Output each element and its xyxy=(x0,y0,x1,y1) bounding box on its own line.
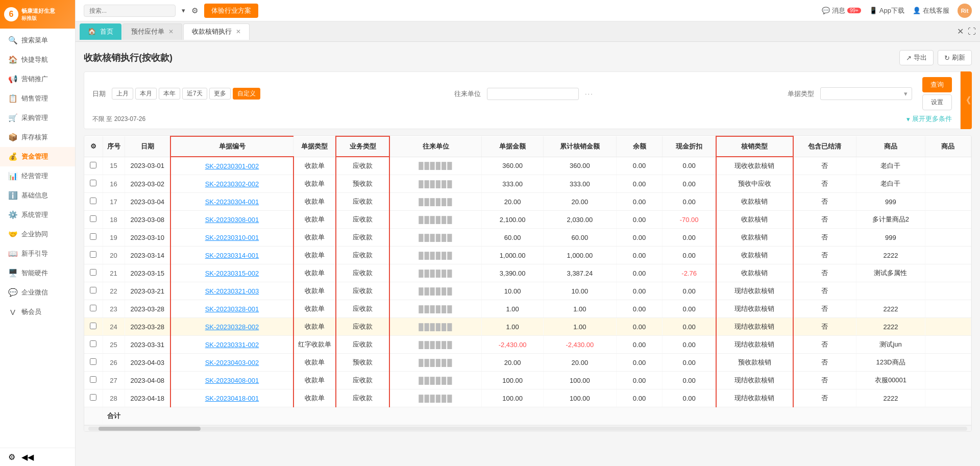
cell-checkbox-4[interactable] xyxy=(84,229,103,247)
bill-type-select[interactable]: ▾ xyxy=(820,87,912,100)
bill-no-link-9[interactable]: SK-20230328-002 xyxy=(205,323,259,331)
sidebar-item-enterprise[interactable]: 🤝企业协同 xyxy=(0,225,75,244)
bill-no-link-2[interactable]: SK-20230304-001 xyxy=(205,198,259,206)
cell-include-settled-5: 否 xyxy=(793,247,856,264)
more-date-btn[interactable]: 更多 xyxy=(209,88,231,100)
bill-no-link-10[interactable]: SK-20230331-002 xyxy=(205,341,259,349)
user-avatar[interactable]: Rit xyxy=(958,4,972,18)
row-checkbox-5[interactable] xyxy=(90,251,96,258)
row-checkbox-4[interactable] xyxy=(90,233,96,240)
counterpart-input[interactable] xyxy=(487,88,579,100)
table-scrollbar[interactable] xyxy=(84,425,971,431)
sidebar-item-system[interactable]: ⚙️系统管理 xyxy=(0,205,75,225)
cell-checkbox-3[interactable] xyxy=(84,211,103,229)
cell-checkbox-13[interactable] xyxy=(84,389,103,407)
tab-receipt-close[interactable]: ✕ xyxy=(236,28,241,35)
this-year-btn[interactable]: 本年 xyxy=(159,88,180,100)
row-checkbox-3[interactable] xyxy=(90,215,96,222)
bill-no-link-8[interactable]: SK-20230328-001 xyxy=(205,305,259,313)
col-gear-header[interactable]: ⚙ xyxy=(84,136,103,157)
cell-checkbox-5[interactable] xyxy=(84,247,103,264)
sidebar-item-purchase[interactable]: 🛒采购管理 xyxy=(0,108,75,128)
online-service-btn[interactable]: 👤 在线客服 xyxy=(913,6,949,15)
tab-receipt[interactable]: 收款核销执行 ✕ xyxy=(183,23,250,40)
tab-close-all-btn[interactable]: ✕ xyxy=(957,27,964,36)
cell-checkbox-2[interactable] xyxy=(84,193,103,211)
search-input[interactable] xyxy=(84,5,176,17)
row-checkbox-0[interactable] xyxy=(90,162,96,168)
bill-no-link-0[interactable]: SK-20230301-002 xyxy=(205,162,259,170)
topbar-gear-icon[interactable]: ⚙ xyxy=(191,6,198,15)
row-checkbox-2[interactable] xyxy=(90,198,96,204)
row-checkbox-7[interactable] xyxy=(90,287,96,293)
bill-no-link-1[interactable]: SK-20230302-002 xyxy=(205,180,259,188)
sidebar-item-quicknav[interactable]: 🏠快捷导航 xyxy=(0,50,75,69)
sidebar-item-search[interactable]: 🔍搜索菜单 xyxy=(0,31,75,50)
row-checkbox-13[interactable] xyxy=(90,394,96,401)
bill-no-link-11[interactable]: SK-20230403-002 xyxy=(205,359,259,366)
cell-cash-discount-5: 0.00 xyxy=(663,247,716,264)
last-7days-btn[interactable]: 近7天 xyxy=(182,88,207,100)
cell-checkbox-7[interactable] xyxy=(84,282,103,300)
sidebar-item-marketing[interactable]: 📢营销推广 xyxy=(0,69,75,89)
cell-checkbox-6[interactable] xyxy=(84,264,103,282)
last-month-btn[interactable]: 上月 xyxy=(112,88,133,100)
settings-icon[interactable]: ⚙ xyxy=(8,452,15,462)
scrollbar-thumb[interactable] xyxy=(99,427,201,431)
sidebar-item-sales[interactable]: 📋销售管理 xyxy=(0,89,75,108)
cell-checkbox-1[interactable] xyxy=(84,175,103,193)
bill-no-link-3[interactable]: SK-20230308-001 xyxy=(205,216,259,224)
bill-no-link-4[interactable]: SK-20230310-001 xyxy=(205,234,259,241)
tab-home[interactable]: 🏠 首页 xyxy=(80,23,121,40)
tab-prepay-close[interactable]: ✕ xyxy=(168,28,174,35)
sidebar-item-guide[interactable]: 📖新手引导 xyxy=(0,244,75,263)
industry-solution-button[interactable]: 体验行业方案 xyxy=(204,4,258,18)
bill-no-link-5[interactable]: SK-20230314-001 xyxy=(205,252,259,259)
cell-counterpart-8: ██████ xyxy=(389,300,482,318)
row-checkbox-10[interactable] xyxy=(90,340,96,347)
sidebar-item-wechat[interactable]: 💬企业微信 xyxy=(0,283,75,302)
export-button[interactable]: ↗ 导出 xyxy=(899,50,934,65)
cell-checkbox-12[interactable] xyxy=(84,372,103,389)
sidebar-item-finance[interactable]: 💰资金管理 xyxy=(0,147,75,166)
cell-no-0: 15 xyxy=(103,157,125,175)
scrollbar-track[interactable] xyxy=(88,427,967,431)
settings-button[interactable]: 设置 xyxy=(922,94,952,110)
row-checkbox-1[interactable] xyxy=(90,180,96,186)
col-counterpart-header: 往来单位 xyxy=(389,136,482,157)
bill-no-link-12[interactable]: SK-20230408-001 xyxy=(205,377,259,384)
messages-btn[interactable]: 💬 消息 99+ xyxy=(822,6,861,15)
this-month-btn[interactable]: 本月 xyxy=(135,88,157,100)
tab-fullscreen-btn[interactable]: ⛶ xyxy=(968,27,976,36)
custom-date-btn[interactable]: 自定义 xyxy=(233,88,260,100)
bill-no-link-13[interactable]: SK-20230418-001 xyxy=(205,395,259,402)
table-row: 20 2023-03-14 SK-20230314-001 收款单 应收款 ██… xyxy=(84,247,971,264)
cell-checkbox-8[interactable] xyxy=(84,300,103,318)
col-product2-header: 商品 xyxy=(925,136,971,157)
collapse-icon[interactable]: ◀◀ xyxy=(21,452,34,462)
expand-more-btn[interactable]: ▾ 展开更多条件 xyxy=(906,114,952,124)
refresh-button[interactable]: ↻ 刷新 xyxy=(938,50,972,65)
app-download-btn[interactable]: 📱 App下载 xyxy=(869,6,904,15)
query-button[interactable]: 查询 xyxy=(922,77,952,92)
bill-no-link-6[interactable]: SK-20230315-002 xyxy=(205,269,259,277)
sidebar-item-hardware[interactable]: 🖥️智能硬件 xyxy=(0,263,75,283)
cell-checkbox-11[interactable] xyxy=(84,354,103,372)
sidebar-item-member[interactable]: V畅会员 xyxy=(0,302,75,322)
sidebar-item-operations[interactable]: 📊经营管理 xyxy=(0,166,75,186)
cell-cancel-amount-13: 100.00 xyxy=(543,389,616,407)
row-checkbox-12[interactable] xyxy=(90,376,96,383)
cell-checkbox-0[interactable] xyxy=(84,157,103,175)
row-checkbox-6[interactable] xyxy=(90,269,96,276)
filter-collapse-btn[interactable]: 《 xyxy=(961,71,972,129)
row-checkbox-11[interactable] xyxy=(90,358,96,365)
sidebar-item-inventory[interactable]: 📦库存核算 xyxy=(0,128,75,147)
sidebar-item-basic[interactable]: ℹ️基础信息 xyxy=(0,186,75,205)
row-checkbox-9[interactable] xyxy=(90,323,96,329)
cell-checkbox-10[interactable] xyxy=(84,336,103,354)
bill-no-link-7[interactable]: SK-20230321-003 xyxy=(205,287,259,295)
cell-checkbox-9[interactable] xyxy=(84,318,103,336)
tab-prepay[interactable]: 预付应付单 ✕ xyxy=(122,23,182,40)
dropdown-arrow[interactable]: ▾ xyxy=(182,7,185,14)
row-checkbox-8[interactable] xyxy=(90,305,96,311)
